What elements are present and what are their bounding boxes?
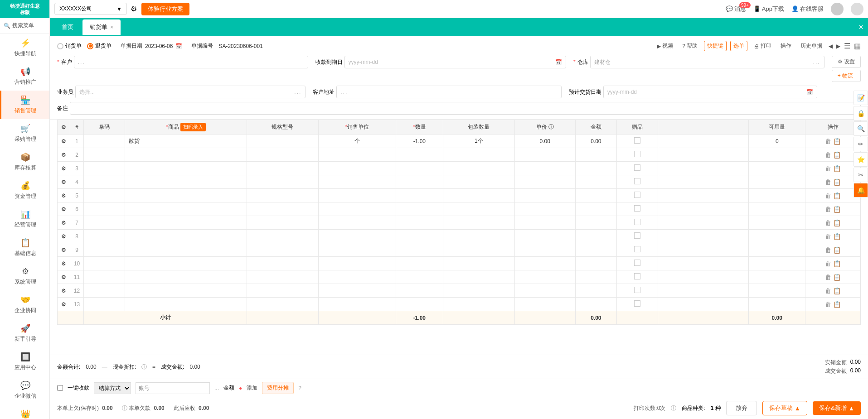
row-price[interactable] bbox=[514, 148, 575, 162]
nav-right-icon[interactable]: ▶ bbox=[836, 43, 840, 49]
row-spec[interactable] bbox=[247, 284, 319, 298]
row-product[interactable]: 散货 bbox=[125, 135, 247, 148]
due-date-calendar-icon[interactable]: 📅 bbox=[555, 59, 562, 65]
operations-tool[interactable]: 操作 bbox=[778, 41, 794, 51]
row-spec[interactable] bbox=[247, 189, 319, 202]
row-amount[interactable] bbox=[575, 284, 616, 298]
row-barcode[interactable] bbox=[84, 257, 125, 270]
delete-row-button[interactable]: 🗑 bbox=[825, 246, 831, 254]
view-list-icon[interactable]: ☰ bbox=[844, 42, 850, 50]
row-gift[interactable] bbox=[617, 230, 658, 243]
row-barcode[interactable] bbox=[84, 135, 125, 148]
row-pkg-qty[interactable] bbox=[443, 257, 514, 270]
copy-row-button[interactable]: 📋 bbox=[833, 138, 841, 145]
delivery-date-input[interactable]: yyyy-mm-dd 📅 bbox=[603, 86, 817, 98]
row-unit[interactable] bbox=[318, 298, 396, 311]
copy-row-button[interactable]: 📋 bbox=[833, 246, 841, 254]
row-qty[interactable] bbox=[396, 175, 443, 189]
customer-address-input[interactable]: ... bbox=[336, 86, 561, 98]
tab-close-icon[interactable]: × bbox=[110, 24, 113, 30]
row-gift[interactable] bbox=[617, 162, 658, 175]
save-draft-button[interactable]: 保存草稿 ▲ bbox=[762, 401, 807, 415]
sidebar-item-wechat[interactable]: 💬 企业微信 bbox=[0, 376, 49, 405]
sidebar-item-quick-nav[interactable]: ⚡ 快捷导航 bbox=[0, 34, 49, 62]
row-price[interactable] bbox=[514, 202, 575, 216]
row-gift[interactable] bbox=[617, 202, 658, 216]
row-barcode[interactable] bbox=[84, 284, 125, 298]
row-unit[interactable]: 个 bbox=[318, 135, 396, 148]
row-barcode[interactable] bbox=[84, 216, 125, 230]
sidebar-item-marketing[interactable]: 📢 营销推广 bbox=[0, 62, 49, 91]
sidebar-item-basic[interactable]: 📋 基础信息 bbox=[0, 233, 49, 262]
gift-checkbox[interactable] bbox=[634, 287, 640, 293]
row-gift[interactable] bbox=[617, 189, 658, 202]
row-price[interactable] bbox=[514, 284, 575, 298]
number-value[interactable]: SA-20230606-001 bbox=[218, 43, 262, 49]
row-price[interactable] bbox=[514, 175, 575, 189]
row-pkg-qty[interactable] bbox=[443, 162, 514, 175]
tab-home[interactable]: 首页 bbox=[54, 19, 81, 35]
gift-checkbox[interactable] bbox=[634, 300, 640, 307]
sidebar-item-enterprise[interactable]: 🤝 企业协同 bbox=[0, 290, 49, 319]
row-price[interactable] bbox=[514, 298, 575, 311]
row-spec[interactable] bbox=[247, 243, 319, 257]
row-price[interactable] bbox=[514, 230, 575, 243]
row-pkg-qty[interactable] bbox=[443, 202, 514, 216]
add-label[interactable]: 添加 bbox=[247, 384, 257, 392]
row-unit[interactable] bbox=[318, 202, 396, 216]
copy-row-button[interactable]: 📋 bbox=[833, 178, 841, 186]
row-gift[interactable] bbox=[617, 284, 658, 298]
row-barcode[interactable] bbox=[84, 162, 125, 175]
row-amount[interactable] bbox=[575, 175, 616, 189]
row-barcode[interactable] bbox=[84, 270, 125, 284]
row-product[interactable] bbox=[125, 284, 247, 298]
sidebar-item-purchase[interactable]: 🛒 采购管理 bbox=[0, 119, 49, 148]
right-tool-lock[interactable]: 🔒 bbox=[853, 106, 868, 120]
delete-row-button[interactable]: 🗑 bbox=[825, 233, 831, 240]
gift-checkbox[interactable] bbox=[634, 151, 640, 157]
tab-bar-right[interactable]: × bbox=[858, 23, 863, 32]
row-gear[interactable]: ⚙ bbox=[58, 243, 70, 257]
notes-input[interactable] bbox=[70, 102, 861, 115]
row-amount[interactable] bbox=[575, 162, 616, 175]
account-input[interactable] bbox=[136, 382, 210, 394]
row-price[interactable]: 0.00 bbox=[514, 135, 575, 148]
calendar-icon[interactable]: 📅 bbox=[175, 43, 182, 49]
row-barcode[interactable] bbox=[84, 148, 125, 162]
row-product[interactable] bbox=[125, 243, 247, 257]
user-avatar-2[interactable] bbox=[851, 3, 863, 15]
row-product[interactable] bbox=[125, 298, 247, 311]
row-product[interactable] bbox=[125, 270, 247, 284]
app-download-button[interactable]: 📱 App下载 bbox=[753, 5, 784, 13]
row-amount[interactable] bbox=[575, 216, 616, 230]
delete-row-button[interactable]: 🗑 bbox=[825, 165, 831, 172]
row-gear[interactable]: ⚙ bbox=[58, 230, 70, 243]
gift-checkbox[interactable] bbox=[634, 246, 640, 252]
copy-row-button[interactable]: 📋 bbox=[833, 260, 841, 267]
row-pkg-qty[interactable] bbox=[443, 298, 514, 311]
scan-button[interactable]: 扫码录入 bbox=[180, 123, 206, 131]
row-spec[interactable] bbox=[247, 175, 319, 189]
nav-left-icon[interactable]: ◀ bbox=[829, 43, 833, 49]
row-gift[interactable] bbox=[617, 298, 658, 311]
row-amount[interactable] bbox=[575, 148, 616, 162]
sidebar-search[interactable]: 🔍 搜索菜单 bbox=[0, 18, 49, 34]
row-gear[interactable]: ⚙ bbox=[58, 162, 70, 175]
row-gift[interactable] bbox=[617, 135, 658, 148]
delete-row-button[interactable]: 🗑 bbox=[825, 151, 831, 159]
row-unit[interactable] bbox=[318, 270, 396, 284]
gift-checkbox[interactable] bbox=[634, 137, 640, 144]
date-value[interactable]: 2023-06-06 bbox=[145, 43, 173, 49]
payment-help-icon[interactable]: ? bbox=[298, 385, 301, 391]
delete-row-button[interactable]: 🗑 bbox=[825, 301, 831, 308]
copy-row-button[interactable]: 📋 bbox=[833, 206, 841, 213]
row-qty[interactable] bbox=[396, 243, 443, 257]
select-tool[interactable]: 选单 bbox=[730, 41, 747, 51]
gift-checkbox[interactable] bbox=[634, 260, 640, 266]
row-qty[interactable] bbox=[396, 189, 443, 202]
row-qty[interactable] bbox=[396, 284, 443, 298]
row-spec[interactable] bbox=[247, 148, 319, 162]
right-tool-search[interactable]: 🔍 bbox=[853, 121, 868, 136]
row-amount[interactable]: 0.00 bbox=[575, 135, 616, 148]
row-spec[interactable] bbox=[247, 216, 319, 230]
